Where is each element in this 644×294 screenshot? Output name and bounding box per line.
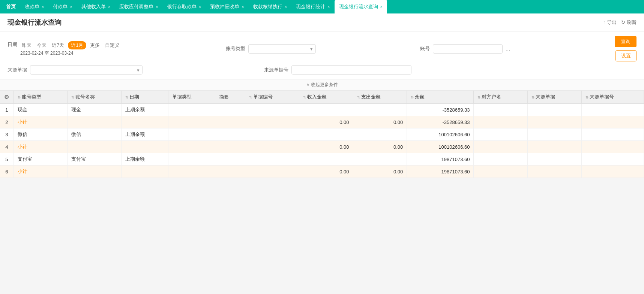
- cell-summary: [215, 141, 245, 153]
- source-doc-select-wrapper: [30, 65, 143, 75]
- cell-source-doc: [528, 116, 582, 128]
- sort-account-type-icon: ⇅: [18, 95, 21, 99]
- date-7days[interactable]: 近7天: [50, 42, 66, 49]
- cell-income: [299, 104, 353, 116]
- col-settings[interactable]: ⚙: [0, 91, 14, 104]
- table-body: 1 现金 现金 上期余额 -3528659.33 2 小计 0.00 0.00 …: [0, 104, 644, 178]
- nav-bank-flow-close[interactable]: ×: [380, 4, 383, 9]
- nav-verification-close[interactable]: ×: [285, 4, 287, 9]
- account-group: 账号 ...: [420, 44, 510, 54]
- source-doc-num-input[interactable]: [291, 65, 411, 75]
- cell-counterpart: [474, 141, 528, 153]
- nav-bank-stats[interactable]: 现金银行统计 ×: [291, 0, 334, 13]
- date-label: 日期: [8, 41, 17, 48]
- cell-account-name: [68, 166, 122, 178]
- cell-expense: 0.00: [353, 141, 407, 153]
- cell-balance: 100102606.60: [407, 128, 474, 141]
- cell-source-doc-num: [581, 153, 644, 166]
- header-actions: ↑ 导出 ↻ 刷新: [603, 19, 637, 26]
- nav-bank-deposit-close[interactable]: ×: [199, 4, 201, 9]
- nav-prepaid[interactable]: 预收冲应收单 ×: [206, 0, 248, 13]
- cell-expense: 0.00: [353, 116, 407, 128]
- cell-account-type: 微信: [14, 128, 68, 141]
- col-counterpart[interactable]: ⇅对方户名: [474, 91, 528, 104]
- query-button[interactable]: 查询: [615, 36, 636, 47]
- cell-doc-type: [168, 141, 215, 153]
- nav-bank-deposit[interactable]: 银行存取款单 ×: [163, 0, 206, 13]
- source-doc-select[interactable]: [30, 65, 143, 75]
- date-today[interactable]: 今天: [35, 42, 48, 49]
- cell-expense: [353, 128, 407, 141]
- nav-bank-flow[interactable]: 现金银行流水查询 ×: [335, 0, 387, 13]
- nav-payment[interactable]: 付款单 ×: [48, 0, 77, 13]
- sort-account-name-icon: ⇅: [71, 95, 74, 99]
- cell-source-doc: [528, 128, 582, 141]
- account-dots[interactable]: ...: [506, 45, 510, 52]
- col-source-doc-num[interactable]: ⇅来源单据号: [581, 91, 644, 104]
- col-source-doc[interactable]: ⇅来源单据: [528, 91, 582, 104]
- cell-doc-number: [245, 104, 299, 116]
- account-input[interactable]: [433, 44, 503, 54]
- nav-receipt-close[interactable]: ×: [42, 4, 44, 9]
- page-title: 现金银行流水查询: [8, 18, 62, 27]
- refresh-button[interactable]: ↻ 刷新: [621, 19, 636, 26]
- date-1month[interactable]: 近1月: [68, 41, 86, 49]
- nav-ar-ap-adjust[interactable]: 应收应付调整单 ×: [115, 0, 162, 13]
- export-button[interactable]: ↑ 导出: [603, 19, 617, 26]
- cell-doc-type: [168, 153, 215, 166]
- collapse-bar[interactable]: ∧ 收起更多条件: [0, 79, 644, 91]
- account-type-group: 账号类型: [226, 44, 316, 54]
- filter-area: 日期 昨天 今天 近7天 近1月 更多 自定义 2023-02-24 至 202…: [0, 31, 644, 79]
- col-date[interactable]: ⇅日期: [121, 91, 168, 104]
- page-header: 现金银行流水查询 ↑ 导出 ↻ 刷新: [0, 13, 644, 31]
- nav-bank-flow-label: 现金银行流水查询: [339, 3, 378, 10]
- cell-source-doc: [528, 141, 582, 153]
- date-filter-group: 日期 昨天 今天 近7天 近1月 更多 自定义 2023-02-24 至 202…: [8, 41, 121, 57]
- account-type-select-wrapper: [248, 44, 316, 54]
- cell-summary: [215, 104, 245, 116]
- collapse-label: ∧ 收起更多条件: [306, 82, 338, 87]
- date-shortcuts: 昨天 今天 近7天 近1月 更多 自定义: [20, 41, 121, 49]
- cell-date: 上期余额: [121, 104, 168, 116]
- date-custom[interactable]: 自定义: [104, 42, 121, 49]
- cell-counterpart: [474, 166, 528, 178]
- nav-verification[interactable]: 收款核销执行 ×: [249, 0, 291, 13]
- cell-summary: [215, 153, 245, 166]
- account-type-label: 账号类型: [226, 45, 245, 52]
- nav-other-income[interactable]: 其他收入单 ×: [77, 0, 115, 13]
- cell-date: [121, 141, 168, 153]
- nav-payment-label: 付款单: [53, 3, 68, 10]
- table-row: 1 现金 现金 上期余额 -3528659.33: [0, 104, 644, 116]
- cell-num: 5: [0, 153, 14, 166]
- nav-bank-stats-close[interactable]: ×: [327, 4, 330, 9]
- settings-icon[interactable]: ⚙: [4, 94, 9, 100]
- nav-home[interactable]: 首页: [2, 0, 20, 13]
- cell-expense: [353, 153, 407, 166]
- col-account-type[interactable]: ⇅账号类型: [14, 91, 68, 104]
- nav-prepaid-close[interactable]: ×: [242, 4, 244, 9]
- date-more[interactable]: 更多: [89, 42, 101, 49]
- table-row: 5 支付宝 支付宝 上期余额 19871073.60: [0, 153, 644, 166]
- cell-doc-number: [245, 166, 299, 178]
- cell-balance: 19871073.60: [407, 166, 474, 178]
- col-doc-type: 单据类型: [168, 91, 215, 104]
- cell-source-doc-num: [581, 104, 644, 116]
- account-type-select[interactable]: [248, 44, 316, 54]
- date-yesterday[interactable]: 昨天: [20, 42, 33, 49]
- cell-account-type: 现金: [14, 104, 68, 116]
- col-expense[interactable]: ⇅支出金额: [353, 91, 407, 104]
- cell-summary: [215, 128, 245, 141]
- nav-payment-close[interactable]: ×: [70, 4, 72, 9]
- cell-summary: [215, 166, 245, 178]
- table-row: 3 微信 微信 上期余额 100102606.60: [0, 128, 644, 141]
- col-income[interactable]: ⇅收入金额: [299, 91, 353, 104]
- col-account-name[interactable]: ⇅账号名称: [68, 91, 122, 104]
- cell-source-doc: [528, 166, 582, 178]
- nav-other-income-close[interactable]: ×: [108, 4, 110, 9]
- export-label: 导出: [607, 19, 617, 26]
- col-doc-number[interactable]: ⇅单据编号: [245, 91, 299, 104]
- settings-button[interactable]: 设置: [615, 50, 636, 61]
- col-balance[interactable]: ⇅余额: [407, 91, 474, 104]
- nav-receipt[interactable]: 收款单 ×: [20, 0, 48, 13]
- nav-ar-ap-close[interactable]: ×: [156, 4, 158, 9]
